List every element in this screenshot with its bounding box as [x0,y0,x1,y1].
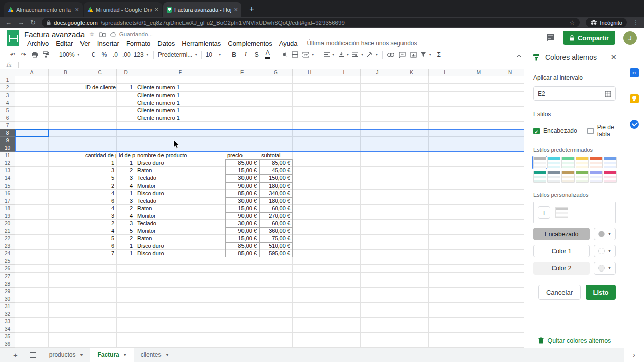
add-custom-style-button[interactable]: + [538,206,550,219]
strikethrough-button[interactable]: S [251,49,262,60]
cell-D15[interactable]: 4 [117,182,135,190]
style-swatch-light-green[interactable] [576,171,589,183]
column-header-E[interactable]: E [135,69,225,76]
cell-E23[interactable]: Disco duro [135,242,225,250]
insert-comment-button[interactable] [396,49,408,60]
column-header-N[interactable]: N [496,69,524,76]
cell-G20[interactable]: 60,00 € [259,220,292,227]
menu-insertar[interactable]: Insertar [94,40,123,47]
tab-close-icon[interactable]: × [234,7,238,12]
browser-tab[interactable]: Mi unidad - Google Drive× [84,2,162,17]
text-rotation-button[interactable]: ▼ [365,49,380,60]
style-swatch-blue[interactable] [604,157,617,168]
row-header-33[interactable]: 33 [0,318,15,325]
row-header-1[interactable]: 1 [0,76,15,84]
cell-E6[interactable]: Cliente numero 1 [135,114,225,122]
filter-button[interactable]: ▼ [419,49,433,60]
cell-G11[interactable]: subtotal [259,152,292,159]
cell-E17[interactable]: Teclado [135,197,225,205]
cell-G17[interactable]: 180,00 € [259,197,292,205]
cell-E11[interactable]: nombre de producto [135,152,225,159]
cell-G13[interactable]: 45,00 € [259,167,292,174]
row-header-23[interactable]: 23 [0,242,15,250]
text-wrap-button[interactable]: ▼ [351,49,365,60]
browser-tab[interactable]: Almacenamiento en la nube pa× [4,2,83,17]
all-sheets-icon[interactable] [30,352,36,358]
cell-D24[interactable]: 1 [117,250,135,257]
italic-button[interactable]: I [240,49,251,60]
redo-button[interactable]: ↷ [18,49,29,60]
collapse-side-panel-icon[interactable]: › [633,351,635,359]
share-button[interactable]: Compartir [563,31,615,45]
column-header-L[interactable]: L [429,69,462,76]
font-select[interactable]: Predetermi...▼ [156,49,199,60]
sheet-tab-factura[interactable]: Factura▼ [90,348,133,362]
row-header-26[interactable]: 26 [0,265,15,273]
style-swatch-gray[interactable] [533,157,546,168]
checkbox-encabezado[interactable]: ✓ [533,128,540,134]
row-header-31[interactable]: 31 [0,303,15,310]
spreadsheet-grid[interactable]: ‹› ABCDEFGHIJKLMN12345678910111213141516… [0,69,525,348]
cell-C22[interactable]: 5 [83,235,116,242]
cell-E20[interactable]: Teclado [135,220,225,227]
cell-G24[interactable]: 595,00 € [259,250,292,257]
comments-icon[interactable] [546,34,555,42]
cell-E18[interactable]: Raton [135,205,225,212]
cell-F18[interactable]: 15,00 € [225,205,259,212]
hide-toolbar-button[interactable] [513,51,524,62]
increase-decimals-button[interactable]: .00 [121,49,132,60]
cell-C20[interactable]: 2 [83,220,116,227]
browser-tab[interactable]: Factura avanzada - Hojas de c× [163,2,242,17]
text-color-button[interactable]: A [262,49,273,60]
style-color-picker[interactable]: ▼ [594,262,616,275]
row-header-25[interactable]: 25 [0,257,15,265]
functions-button[interactable]: Σ [433,49,444,60]
row-header-6[interactable]: 6 [0,114,15,122]
cell-F13[interactable]: 15,00 € [225,167,259,174]
bold-button[interactable]: B [229,49,240,60]
avatar[interactable]: J [623,31,637,45]
row-header-15[interactable]: 15 [0,182,15,190]
cell-G16[interactable]: 340,00 € [259,190,292,197]
borders-button[interactable] [290,49,301,60]
row-header-28[interactable]: 28 [0,280,15,288]
tab-close-icon[interactable]: × [75,7,79,12]
cell-F14[interactable]: 30,00 € [225,174,259,182]
menu-ver[interactable]: Ver [76,40,94,47]
cell-D12[interactable]: 1 [117,159,135,167]
row-header-29[interactable]: 29 [0,288,15,295]
row-header-5[interactable]: 5 [0,107,15,114]
sheets-logo-icon[interactable] [7,30,19,46]
row-header-11[interactable]: 11 [0,152,15,159]
horizontal-align-button[interactable]: ▼ [322,49,337,60]
row-header-8[interactable]: 8 [0,129,15,137]
tab-close-icon[interactable]: × [154,7,158,12]
close-panel-icon[interactable]: ✕ [610,53,617,62]
row-header-27[interactable]: 27 [0,273,15,280]
column-header-H[interactable]: H [293,69,327,76]
tasks-icon[interactable] [630,120,639,129]
merge-cells-button[interactable]: ▼ [301,49,316,60]
document-title[interactable]: Factura avanzada [24,30,85,39]
cell-D18[interactable]: 2 [117,205,135,212]
cell-D17[interactable]: 3 [117,197,135,205]
column-header-K[interactable]: K [394,69,429,76]
checkbox-pie-de-tabla[interactable] [587,128,594,134]
cell-D14[interactable]: 3 [117,174,135,182]
cell-C24[interactable]: 7 [83,250,116,257]
style-swatch-tan[interactable] [561,171,575,183]
row-header-17[interactable]: 17 [0,197,15,205]
url-field[interactable]: docs.google.com/spreadsheets/d/1_eq8z7qi… [42,18,580,27]
cell-C19[interactable]: 3 [83,212,116,220]
row-header-34[interactable]: 34 [0,325,15,333]
cell-E13[interactable]: Raton [135,167,225,174]
cell-F17[interactable]: 30,00 € [225,197,259,205]
row-header-21[interactable]: 21 [0,227,15,235]
style-swatch-cyan[interactable] [547,157,560,168]
range-input[interactable]: E2 [533,86,616,101]
style-button-color-1[interactable]: Color 1 [533,245,590,257]
cell-D22[interactable]: 2 [117,235,135,242]
cell-C11[interactable]: cantidad de pedi [83,152,116,159]
style-swatch-orange[interactable] [590,157,603,168]
cell-F23[interactable]: 85,00 € [225,242,259,250]
